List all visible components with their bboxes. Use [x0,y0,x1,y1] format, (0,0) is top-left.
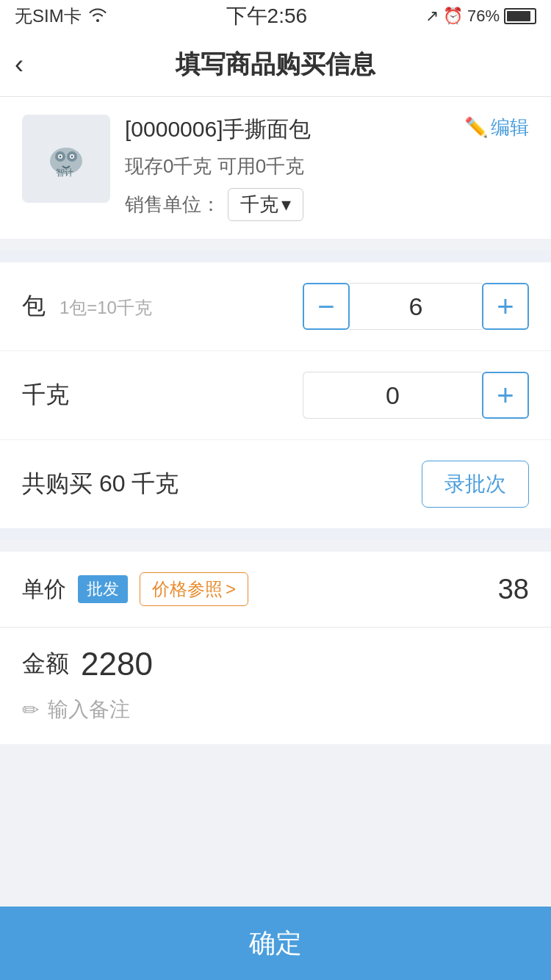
confirm-label: 确定 [249,926,302,962]
price-type-tag: 批发 [78,575,128,603]
package-row: 包 1包=10千克 − + [0,262,551,351]
amount-section: 金额 2280 ✏ 输入备注 [0,628,551,744]
svg-point-5 [60,156,62,158]
package-qty-control: − + [303,283,529,330]
edit-icon: ✏️ [464,116,488,139]
unit-value: 千克 [240,192,278,217]
product-card: 智计 [0000006]手撕面包 ✏️ 编辑 现存0千克 可用0千克 销售单位：… [0,97,551,239]
amount-value: 2280 [81,646,153,682]
unit-dropdown-icon: ▾ [281,193,291,216]
kg-qty-control: + [303,372,529,419]
product-info: [0000006]手撕面包 ✏️ 编辑 现存0千克 可用0千克 销售单位： 千克… [125,115,529,221]
kg-label: 千克 [22,379,303,411]
svg-text:智计: 智计 [56,167,73,177]
record-batch-button[interactable]: 录批次 [422,461,529,508]
note-placeholder: 输入备注 [48,696,130,724]
note-icon: ✏ [22,698,39,722]
battery-icon [504,8,536,24]
confirm-button[interactable]: 确定 [0,907,551,980]
location-icon: ↗ [425,7,439,26]
price-label: 单价 [22,574,66,605]
product-name: [0000006]手撕面包 [125,115,464,145]
amount-row: 金额 2280 [22,646,529,682]
kg-qty-input[interactable] [303,372,482,419]
amount-label: 金额 [22,648,69,680]
price-value: 38 [498,574,529,605]
section-divider-2 [0,528,551,540]
unit-select[interactable]: 千克 ▾ [228,188,303,221]
section-divider-1 [0,251,551,262]
price-ref-button[interactable]: 价格参照 > [140,572,248,606]
price-ref-icon: > [226,579,236,599]
battery-percent: 76% [467,7,500,26]
status-left: 无SIM卡 [15,4,108,28]
back-button[interactable]: ‹ [15,49,24,80]
product-thumbnail: 智计 [22,115,110,203]
status-right: ↗ ⏰ 76% [425,7,536,26]
summary-text: 共购买 60 千克 [22,468,179,500]
package-qty-input[interactable] [350,283,482,330]
price-row: 单价 批发 价格参照 > 38 [0,552,551,627]
package-minus-button[interactable]: − [303,283,350,330]
carrier-text: 无SIM卡 [15,4,82,28]
status-bar: 无SIM卡 下午2:56 ↗ ⏰ 76% [0,0,551,32]
svg-point-6 [71,156,73,158]
summary-row: 共购买 60 千克 录批次 [0,440,551,528]
unit-label: 销售单位： [125,192,220,217]
package-hint: 1包=10千克 [60,298,152,317]
note-row[interactable]: ✏ 输入备注 [22,696,529,724]
price-ref-label: 价格参照 [152,577,223,601]
package-plus-button[interactable]: + [482,283,529,330]
kg-row: 千克 + [0,351,551,440]
edit-button[interactable]: ✏️ 编辑 [464,115,529,140]
package-label: 包 1包=10千克 [22,290,303,323]
page-title: 填写商品购买信息 [176,48,375,82]
wifi-icon [87,6,108,26]
status-time: 下午2:56 [226,2,308,30]
nav-bar: ‹ 填写商品购买信息 [0,32,551,97]
alarm-icon: ⏰ [443,7,463,26]
kg-plus-button[interactable]: + [482,372,529,419]
edit-label: 编辑 [491,115,529,140]
product-header: [0000006]手撕面包 ✏️ 编辑 [125,115,529,145]
product-unit: 销售单位： 千克 ▾ [125,188,529,221]
product-stock: 现存0千克 可用0千克 [125,154,529,179]
